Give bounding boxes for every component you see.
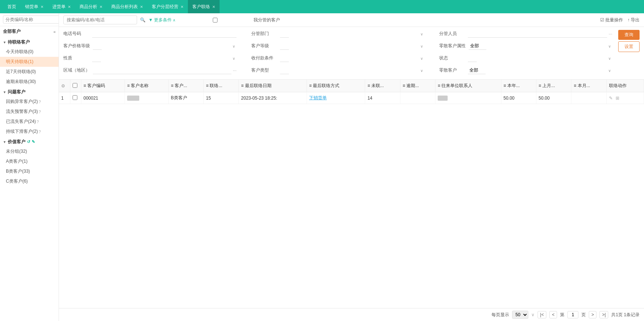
- sidebar-item-7days-pending[interactable]: 近7天待联络(0): [0, 67, 59, 77]
- prev-page-btn[interactable]: <: [549, 311, 557, 318]
- contact-method-link[interactable]: 下销货单: [309, 95, 327, 100]
- value-customers-group[interactable]: 价值客户 ↺ ✎: [0, 137, 59, 146]
- close-product-analysis-list-icon[interactable]: ✕: [140, 5, 143, 9]
- td-contact-count: 15: [204, 92, 239, 104]
- region-input[interactable]: [93, 66, 231, 74]
- th-last-contact-date: ≡ 最后联络日期: [239, 80, 307, 92]
- nav-customer-tier[interactable]: 客户分层经营 ✕: [147, 0, 188, 13]
- row-action-btns: ✎ ⊞: [609, 96, 641, 101]
- status-label: 状态: [439, 55, 465, 61]
- close-customer-tier-icon[interactable]: ✕: [181, 5, 183, 9]
- price-level-select-wrapper: [93, 42, 237, 50]
- branch-person-label: 分管人员: [439, 31, 465, 37]
- branch-person-input[interactable]: [468, 30, 607, 38]
- data-table-container: ⚙ ≡ 客户编码 ≡ 客户名称 ≡ 客户...: [59, 80, 644, 308]
- region-more-icon[interactable]: ···: [233, 68, 237, 73]
- status-select[interactable]: [468, 54, 477, 62]
- td-name: [125, 92, 169, 104]
- edit-value-icon[interactable]: ✎: [32, 139, 35, 144]
- payment-select-wrapper: [280, 54, 424, 62]
- my-customers-checkbox[interactable]: [178, 18, 252, 23]
- filter-row-3: 性质 收付款条件: [63, 54, 612, 62]
- select-all-checkbox[interactable]: [73, 83, 77, 88]
- sidebar-item-declining[interactable]: 持续下滑客户(2) ?: [0, 127, 59, 137]
- branch-dept-select[interactable]: [280, 30, 289, 38]
- close-sales-order-icon[interactable]: ✕: [41, 5, 43, 9]
- customer-level-select[interactable]: [280, 42, 289, 50]
- close-purchase-order-icon[interactable]: ✕: [68, 5, 71, 9]
- table-row: 1 000021 B类客户 15 2023-05-23 18:25: 下销货单 …: [59, 92, 644, 104]
- query-button[interactable]: 查询: [618, 30, 640, 40]
- refresh-icon[interactable]: ↺: [27, 139, 30, 144]
- set-button[interactable]: 设置: [618, 41, 640, 52]
- collapse-icon: «: [53, 30, 56, 34]
- retail-attr-select[interactable]: 全部: [469, 42, 486, 50]
- more-action-icon[interactable]: ⊞: [616, 96, 619, 101]
- sidebar-item-class-a[interactable]: A类客户(1): [0, 156, 59, 166]
- sidebar-item-today-pending[interactable]: 今天待联络(0): [0, 47, 59, 57]
- my-customers-checkbox-label[interactable]: 我分管的客户: [178, 17, 280, 23]
- nav-product-analysis-list[interactable]: 商品分析列表 ✕: [107, 0, 147, 13]
- td-this-year: 50.00: [501, 92, 536, 104]
- edit-action-icon[interactable]: ✎: [609, 96, 613, 101]
- payment-label: 收付款条件: [251, 55, 277, 61]
- export-btn[interactable]: ↑ 导出: [627, 17, 640, 23]
- advanced-filter-panel: 电话号码 分管部门: [59, 27, 644, 80]
- customer-type-select[interactable]: [280, 66, 289, 74]
- region-label: 区域（地区）: [63, 67, 90, 73]
- filter-cell-branch-person: 分管人员 ···: [439, 30, 612, 38]
- pending-contact-group[interactable]: 待联络客户: [0, 37, 59, 47]
- nav-sales-order[interactable]: 销货单 ✕: [21, 0, 48, 13]
- sidebar-item-ungrouped[interactable]: 未分组(32): [0, 146, 59, 156]
- nav-customer-contact[interactable]: 客户联络 ✕: [188, 0, 220, 13]
- th-last-contact-method: ≡ 最后联络方式: [307, 80, 365, 92]
- row-checkbox[interactable]: [73, 95, 77, 100]
- payment-select[interactable]: [280, 54, 289, 62]
- batch-operation-btn[interactable]: ☑ 批量操作: [600, 17, 623, 23]
- page-size-select[interactable]: 50: [512, 311, 528, 319]
- page-size-label: 每页显示: [491, 312, 509, 318]
- nav-purchase-order[interactable]: 进货单 ✕: [48, 0, 75, 13]
- nav-product-analysis[interactable]: 商品分析 ✕: [75, 0, 107, 13]
- phone-label: 电话号码: [63, 31, 89, 37]
- close-product-analysis-icon[interactable]: ✕: [99, 5, 102, 9]
- page-suffix: 页: [581, 312, 586, 318]
- filter-cell-retail-attr: 零散客户属性 全部: [439, 42, 612, 50]
- sidebar-item-tomorrow-pending[interactable]: 明天待联络(1): [0, 57, 59, 67]
- price-level-select[interactable]: [93, 42, 102, 50]
- retail-customer-label: 零散客户: [439, 67, 465, 73]
- gender-label: 性质: [63, 55, 89, 61]
- customer-level-select-wrapper: [280, 42, 424, 50]
- search-input[interactable]: [63, 15, 137, 24]
- sidebar-item-repurchase-abnormal[interactable]: 回购异常客户(2) ?: [0, 97, 59, 107]
- gender-select-wrapper: [92, 54, 237, 62]
- close-customer-contact-icon[interactable]: ✕: [212, 5, 215, 9]
- sidebar-item-churned[interactable]: 已流失客户(24) ?: [0, 117, 59, 127]
- th-this-year: ≡ 本年...: [501, 80, 536, 92]
- problem-customers-group[interactable]: 问题客户: [0, 87, 59, 97]
- first-page-btn[interactable]: |<: [538, 311, 546, 318]
- nav-home[interactable]: 首页: [3, 0, 21, 13]
- sidebar-item-class-c[interactable]: C类客户(6): [0, 176, 59, 186]
- sidebar-item-churn-warning[interactable]: 流失预警客户(3) ?: [0, 107, 59, 117]
- th-customer-code: ≡ 客户编码: [81, 80, 125, 92]
- gender-select[interactable]: [92, 54, 101, 62]
- all-customers-label: 全部客户: [3, 28, 21, 35]
- sidebar-search-input[interactable]: [3, 15, 59, 24]
- search-btn[interactable]: 🔍: [140, 17, 146, 23]
- page-number-input[interactable]: [567, 311, 578, 318]
- sidebar-item-overdue[interactable]: 逾期未联络(30): [0, 77, 59, 87]
- td-code: 000021: [81, 92, 125, 104]
- retail-customer-select[interactable]: 全部: [468, 66, 486, 74]
- more-conditions-btn[interactable]: ▼ 更多条件 ∧: [148, 17, 175, 23]
- phone-input[interactable]: [92, 30, 237, 38]
- th-customer-name: ≡ 客户名称: [125, 80, 169, 92]
- all-customers-section[interactable]: 全部客户 «: [0, 26, 59, 37]
- next-page-btn[interactable]: >: [589, 311, 596, 318]
- branch-person-more-icon[interactable]: ···: [609, 31, 612, 37]
- last-page-btn[interactable]: >|: [599, 311, 608, 318]
- column-settings-icon[interactable]: ⚙: [61, 83, 65, 89]
- filter-cell-gender: 性质: [63, 54, 237, 62]
- td-actions: ✎ ⊞: [606, 92, 644, 104]
- sidebar-item-class-b[interactable]: B类客户(33): [0, 166, 59, 176]
